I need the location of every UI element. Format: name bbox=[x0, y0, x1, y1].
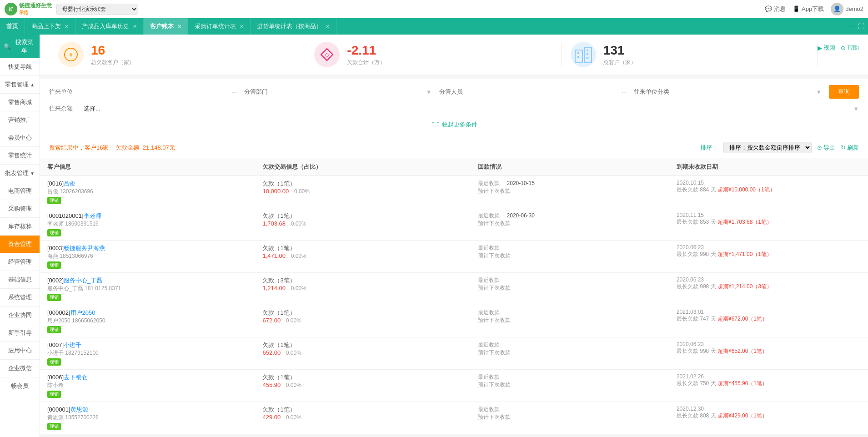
person-input[interactable] bbox=[470, 86, 618, 97]
customer-link-4[interactable]: 用户2050 bbox=[70, 309, 95, 316]
dept-arrow[interactable]: ▼ bbox=[426, 89, 432, 95]
app-download-button[interactable]: 📱 App下载 bbox=[793, 5, 824, 13]
balance-select[interactable]: 选择... bbox=[80, 103, 858, 114]
help-button[interactable]: ⊙ 帮助 bbox=[841, 44, 859, 52]
tab-incoming[interactable]: 进货单统计表（按商品） ✕ bbox=[251, 18, 336, 35]
cell-date-1: 2020.11.15 最长欠款 853 天 超期¥1,703.68（1笔） bbox=[669, 208, 868, 241]
sidebar-item-marketing[interactable]: 营销推广 bbox=[0, 111, 40, 129]
overdue-amount-3[interactable]: 超期¥1,214.00（3笔） bbox=[717, 283, 772, 290]
unit-category-input[interactable] bbox=[673, 86, 810, 97]
debt-amount-3[interactable]: 1,214.00 bbox=[262, 285, 286, 291]
cell-date-5: 2020.06.23 最长欠款 998 天 超期¥652.00（1笔） bbox=[669, 337, 868, 370]
sidebar-item-retail-mgmt[interactable]: 零售管理 ▲ bbox=[0, 76, 40, 94]
customer-name-6[interactable]: [0006]去下粮仓 bbox=[47, 373, 248, 382]
dept-input[interactable] bbox=[275, 86, 421, 97]
refresh-button[interactable]: ↻ 刷新 bbox=[841, 144, 859, 152]
customer-name-0[interactable]: [0016]吕俊 bbox=[47, 180, 248, 188]
sidebar-item-operations[interactable]: 经营管理 bbox=[0, 253, 40, 271]
debt-amount-6[interactable]: 455.90 bbox=[262, 382, 281, 388]
customer-name-1[interactable]: [0001020001]李老师 bbox=[47, 212, 248, 220]
sidebar-item-batch-mgmt[interactable]: 批发管理 ▼ bbox=[0, 165, 40, 182]
unit-cat-arrow[interactable]: ▼ bbox=[816, 89, 822, 95]
collapse-bar[interactable]: ⌃⌃ 收起更多条件 bbox=[49, 119, 859, 131]
customer-link-3[interactable]: 服务中心_丁磊 bbox=[64, 277, 102, 284]
customer-link-5[interactable]: 小进千 bbox=[64, 342, 81, 348]
sidebar-item-vip[interactable]: 畅会员 bbox=[0, 377, 40, 395]
overdue-info-6: 最长欠款 750 天 超期¥455.90（1笔） bbox=[677, 380, 861, 387]
tab-home[interactable]: 首页 bbox=[0, 18, 25, 35]
tab-customer[interactable]: 客户账本 ✕ bbox=[144, 18, 188, 35]
customer-name-2[interactable]: [0003]畅捷服务尹海燕 bbox=[47, 244, 248, 252]
sidebar-item-app-center[interactable]: 应用中心 bbox=[0, 342, 40, 360]
tab-purchase[interactable]: 采购订单统计表 ✕ bbox=[188, 18, 251, 35]
debt-amount-1[interactable]: 1,703.68 bbox=[262, 220, 286, 227]
customer-name-3[interactable]: [0002]服务中心_丁磊 bbox=[47, 276, 248, 285]
svg-rect-10 bbox=[587, 57, 588, 59]
overdue-amount-7[interactable]: 超期¥429.00（1笔） bbox=[717, 412, 768, 419]
debt-count-6: 欠款（1笔） bbox=[262, 373, 463, 382]
debt-amount-5[interactable]: 652.00 bbox=[262, 349, 281, 356]
sidebar-item-warehouse[interactable]: 库存核算 bbox=[0, 218, 40, 236]
tag-xian-0: 现销 bbox=[47, 197, 61, 204]
customer-name-7[interactable]: [000001]黄思源 bbox=[47, 406, 248, 414]
sort-select[interactable]: 排序：按欠款金额倒序排序 bbox=[723, 142, 812, 153]
debt-amount-row-5: 652.00 0.00% bbox=[262, 349, 463, 356]
debt-amount-0[interactable]: 10,000.00 bbox=[262, 188, 289, 195]
export-button[interactable]: ⊙ 导出 bbox=[817, 144, 835, 152]
tab-products-close[interactable]: ✕ bbox=[65, 24, 69, 30]
sidebar-item-retail-mall[interactable]: 零售商城 bbox=[0, 94, 40, 111]
overdue-info-4: 最长欠款 747 天 超期¥672.00（1笔） bbox=[677, 315, 861, 323]
debt-amount-2[interactable]: 1,471.00 bbox=[262, 252, 286, 259]
source-unit-input[interactable] bbox=[80, 86, 228, 97]
stat-total-customers: 131 总客户（家） bbox=[562, 42, 818, 67]
video-button[interactable]: ▶ 视频 bbox=[818, 44, 835, 52]
overdue-amount-5[interactable]: 超期¥652.00（1笔） bbox=[717, 348, 768, 354]
sidebar-item-basic-info[interactable]: 基础信息 bbox=[0, 271, 40, 289]
cell-debt-6: 欠款（1笔） 455.90 0.00% bbox=[255, 370, 470, 402]
tab-customer-close[interactable]: ✕ bbox=[177, 24, 181, 30]
person-dots[interactable]: ··· bbox=[622, 89, 627, 95]
filter-source-unit: 往来单位 ··· bbox=[49, 86, 237, 97]
sidebar-item-member[interactable]: 会员中心 bbox=[0, 129, 40, 147]
tab-purchase-close[interactable]: ✕ bbox=[240, 24, 244, 30]
sidebar-item-wecom[interactable]: 企业微信 bbox=[0, 360, 40, 377]
customer-name-5[interactable]: [0007]小进千 bbox=[47, 341, 248, 349]
tab-stock-close[interactable]: ✕ bbox=[133, 24, 137, 30]
overdue-amount-1[interactable]: 超期¥1,703.68（1笔） bbox=[717, 219, 772, 225]
sidebar-item-finance[interactable]: 资金管理 bbox=[0, 236, 40, 253]
svg-text:¥: ¥ bbox=[69, 51, 73, 58]
tab-minimize-icon[interactable]: — bbox=[849, 23, 855, 30]
source-unit-dots[interactable]: ··· bbox=[232, 89, 237, 95]
overdue-amount-6[interactable]: 超期¥455.90（1笔） bbox=[717, 380, 768, 387]
sidebar-item-enterprise[interactable]: 企业协同 bbox=[0, 306, 40, 324]
sidebar-item-newbie[interactable]: 新手引导 bbox=[0, 324, 40, 342]
message-button[interactable]: 💬 消息 bbox=[765, 5, 786, 13]
table-row: [0001020001]李老师 李老师 18600391516 现销 欠款（1笔… bbox=[40, 208, 868, 241]
tab-stock[interactable]: 产成品入库单历史 ✕ bbox=[75, 18, 144, 35]
overdue-amount-0[interactable]: 超期¥10,000.00（1笔） bbox=[717, 186, 775, 193]
user-menu[interactable]: 👤 demo2 bbox=[831, 3, 863, 15]
table-row: [0006]去下粮仓 陈小希 现销 欠款（1笔） 455.90 0.00% 最近… bbox=[40, 370, 868, 402]
sidebar-item-system[interactable]: 系统管理 bbox=[0, 289, 40, 306]
tab-products[interactable]: 商品上下架 ✕ bbox=[25, 18, 75, 35]
sidebar-item-purchase[interactable]: 采购管理 bbox=[0, 200, 40, 218]
search-button[interactable]: 查询 bbox=[829, 85, 859, 99]
company-select[interactable]: 母婴行业演示账套 bbox=[56, 4, 138, 15]
customer-link-7[interactable]: 黄思源 bbox=[70, 406, 88, 413]
customer-link-1[interactable]: 李老师 bbox=[84, 212, 101, 219]
customer-link-2[interactable]: 畅捷服务尹海燕 bbox=[64, 245, 105, 251]
customer-link-0[interactable]: 吕俊 bbox=[64, 180, 75, 187]
overdue-amount-4[interactable]: 超期¥672.00（1笔） bbox=[717, 316, 768, 322]
tab-incoming-close[interactable]: ✕ bbox=[326, 24, 330, 30]
tab-maximize-icon[interactable]: ⛶ bbox=[858, 23, 864, 30]
overdue-amount-2[interactable]: 超期¥1,471.00（1笔） bbox=[717, 251, 772, 257]
customer-link-6[interactable]: 去下粮仓 bbox=[64, 374, 87, 381]
sidebar-search[interactable]: 🔍 搜索菜单 bbox=[0, 35, 40, 58]
sidebar-item-ecommerce[interactable]: 电商管理 bbox=[0, 182, 40, 200]
sidebar-item-quick-nav[interactable]: 快捷导航 bbox=[0, 58, 40, 76]
stat-text-amount: -2.11 欠款合计（万） bbox=[347, 43, 385, 66]
sidebar-item-retail-stats[interactable]: 零售统计 bbox=[0, 147, 40, 165]
debt-amount-4[interactable]: 672.00 bbox=[262, 317, 281, 324]
customer-name-4[interactable]: [000002]用户2050 bbox=[47, 309, 248, 317]
debt-amount-7[interactable]: 429.00 bbox=[262, 414, 281, 421]
